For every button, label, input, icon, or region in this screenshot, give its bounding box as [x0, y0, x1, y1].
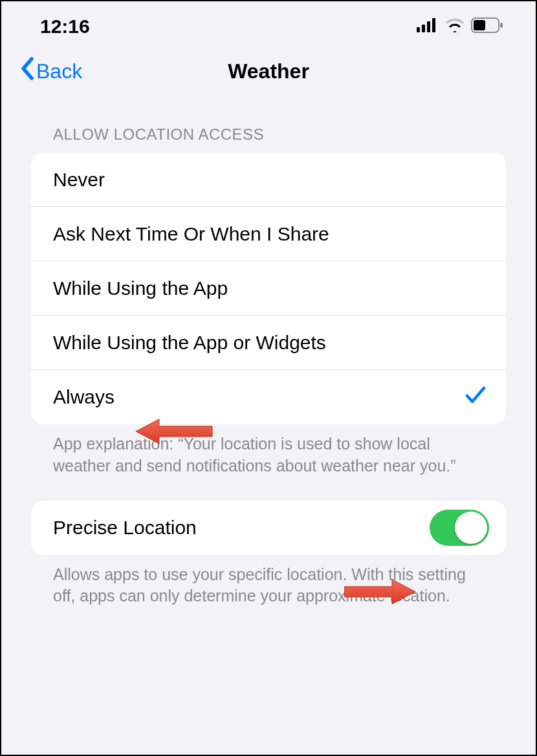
section-header-location-access: ALLOW LOCATION ACCESS [53, 125, 506, 144]
option-label: While Using the App or Widgets [53, 332, 326, 354]
svg-rect-3 [432, 18, 435, 32]
svg-rect-2 [427, 21, 430, 32]
precise-location-toggle[interactable] [430, 510, 489, 546]
precise-location-label: Precise Location [53, 517, 197, 539]
status-time: 12:16 [40, 16, 90, 38]
svg-rect-1 [422, 25, 425, 32]
wifi-icon [445, 18, 465, 35]
option-while-using-app-or-widgets[interactable]: While Using the App or Widgets [31, 316, 506, 370]
back-label: Back [36, 59, 82, 83]
option-label: While Using the App [53, 277, 228, 299]
location-access-footer: App explanation: “Your location is used … [53, 433, 484, 477]
precise-location-row: Precise Location [31, 501, 506, 555]
navigation-bar: Back Weather [1, 44, 536, 89]
location-access-options: Never Ask Next Time Or When I Share Whil… [31, 153, 506, 424]
option-while-using-app[interactable]: While Using the App [31, 261, 506, 316]
back-button[interactable]: Back [19, 56, 82, 86]
status-icons-group [417, 17, 503, 36]
cellular-signal-icon [417, 18, 439, 35]
toggle-knob [455, 512, 487, 544]
page-title: Weather [228, 59, 309, 83]
status-bar: 12:16 [1, 1, 536, 44]
option-never[interactable]: Never [31, 153, 506, 207]
svg-rect-5 [474, 20, 485, 30]
option-label: Ask Next Time Or When I Share [53, 223, 329, 245]
chevron-left-icon [19, 56, 35, 86]
option-label: Always [53, 386, 115, 408]
option-label: Never [53, 169, 105, 191]
precise-location-footer: Allows apps to use your specific locatio… [53, 564, 484, 608]
option-always[interactable]: Always [31, 370, 506, 424]
precise-location-group: Precise Location [31, 501, 506, 555]
option-ask-next-time[interactable]: Ask Next Time Or When I Share [31, 207, 506, 261]
svg-rect-6 [500, 23, 503, 28]
svg-rect-0 [417, 27, 420, 32]
battery-icon [471, 17, 503, 36]
checkmark-icon [465, 385, 487, 410]
